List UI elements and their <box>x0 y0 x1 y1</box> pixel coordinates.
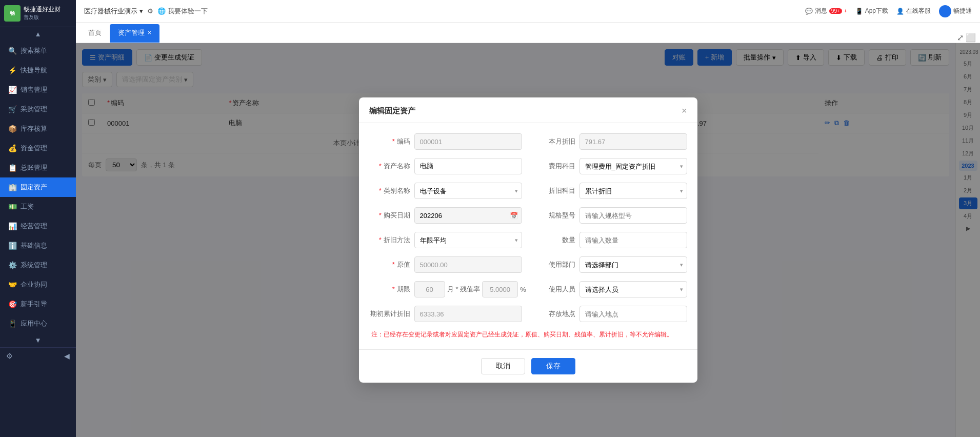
dep-method-select[interactable]: 年限平均 <box>414 232 522 248</box>
topbar-left: 医疗器械行业演示 ▾ ⚙ 🌐 我要体验一下 <box>84 7 208 16</box>
initial-dep-input[interactable] <box>414 306 522 322</box>
period-input[interactable] <box>414 281 445 297</box>
sidebar-item-basic-info[interactable]: ℹ️ 基础信息 <box>0 236 76 255</box>
sidebar-item-system[interactable]: ⚙️ 系统管理 <box>0 255 76 275</box>
topbar-settings-icon[interactable]: ⚙ <box>147 7 153 15</box>
category-select[interactable]: 电子设备 <box>414 183 522 199</box>
user-container: 请选择人员 ▾ <box>579 281 687 297</box>
sidebar-item-app-center[interactable]: 📱 应用中心 <box>0 314 76 333</box>
sidebar-item-fixed-assets[interactable]: 🏢 固定资产 <box>0 177 76 197</box>
dep-subject-container: 累计折旧 ▾ <box>579 183 687 199</box>
sidebar-scroll-up[interactable]: ▲ <box>34 28 41 40</box>
user-select[interactable]: 请选择人员 <box>579 281 687 297</box>
search-icon: 🔍 <box>8 47 16 55</box>
sidebar-item-guide[interactable]: 🎯 新手引导 <box>0 294 76 314</box>
form-note: 注：已经存在变更记录或者对应固定资产已经生成凭证，原值、购买日期、残值率、累计折… <box>369 330 687 339</box>
app-logo: 畅 <box>4 5 21 22</box>
form-row-location: 存放地点 <box>534 306 687 322</box>
sidebar-item-operations[interactable]: 📊 经营管理 <box>0 216 76 236</box>
quantity-input[interactable] <box>579 232 687 248</box>
fixed-assets-icon: 🏢 <box>8 183 16 191</box>
collapse-icon[interactable]: ◀ <box>64 352 70 360</box>
period-unit-label: 月 <box>447 285 454 294</box>
original-value-input[interactable] <box>414 256 522 273</box>
sidebar-item-collab[interactable]: 🤝 企业协同 <box>0 275 76 294</box>
spec-input[interactable] <box>579 207 687 224</box>
cancel-button[interactable]: 取消 <box>481 358 525 374</box>
dept-select[interactable]: 请选择部门 <box>579 256 687 273</box>
modal-close-icon[interactable]: × <box>682 106 687 116</box>
quick-nav-icon: ⚡ <box>8 66 16 74</box>
monthly-dep-input[interactable] <box>579 133 687 150</box>
sales-icon: 📈 <box>8 86 16 94</box>
form-row-category: * 类别名称 电子设备 ▾ <box>369 183 522 199</box>
code-input[interactable] <box>414 133 522 150</box>
form-row-original-value: * 原值 <box>369 256 522 273</box>
period-inline: 月 * 残值率 % <box>414 281 522 297</box>
collab-icon: 🤝 <box>8 281 16 289</box>
modal-overlay: 编辑固定资产 × * 编码 本月折旧 <box>76 43 980 437</box>
dep-method-container: 年限平均 ▾ <box>414 232 522 248</box>
sidebar-item-sales[interactable]: 📈 销售管理 <box>0 80 76 100</box>
form-row-initial-dep: 期初累计折旧 <box>369 306 522 322</box>
sidebar-item-label: 固定资产 <box>21 183 47 192</box>
sidebar-item-quick-nav[interactable]: ⚡ 快捷导航 <box>0 61 76 80</box>
sidebar-item-search[interactable]: 🔍 搜索菜单 <box>0 41 76 61</box>
app-download-btn[interactable]: 📱 App下载 <box>855 7 888 15</box>
sidebar-item-inventory[interactable]: 📦 库存核算 <box>0 119 76 138</box>
sidebar: 畅 畅捷通好业财 普及版 ▲ 🔍 搜索菜单 ⚡ 快捷导航 📈 销售管理 🛒 采购… <box>0 0 76 437</box>
form-row-name: * 资产名称 <box>369 158 522 174</box>
sidebar-item-label: 应用中心 <box>21 319 47 328</box>
sidebar-item-finance[interactable]: 💰 资金管理 <box>0 138 76 158</box>
modal-header: 编辑固定资产 × <box>359 97 697 123</box>
maximize-icon[interactable]: ⬜ <box>966 33 976 43</box>
sidebar-item-payroll[interactable]: 💵 工资 <box>0 197 76 216</box>
form-row-spec: 规格型号 <box>534 207 687 224</box>
page-content: ☰ 资产明细 📄 变更生成凭证 对账 + 新增 批量操作 ▾ <box>76 43 980 437</box>
ledger-icon: 📋 <box>8 164 16 172</box>
expense-subject-container: 管理费用_固定资产折旧 ▾ <box>579 158 687 174</box>
residual-rate-input[interactable] <box>482 281 518 297</box>
experience-btn[interactable]: 🌐 我要体验一下 <box>157 7 208 16</box>
form-row-dep-method: * 折旧方法 年限平均 ▾ <box>369 232 522 248</box>
tab-home[interactable]: 首页 <box>80 24 110 43</box>
company-name[interactable]: 医疗器械行业演示 ▾ <box>84 7 143 16</box>
sidebar-scroll-down[interactable]: ▼ <box>34 334 41 346</box>
online-service-btn[interactable]: 👤 在线客服 <box>896 7 931 15</box>
dropdown-icon: ▾ <box>139 7 143 15</box>
notification-btn[interactable]: 💬 消息 99+ + <box>805 7 847 15</box>
residual-rate-unit: % <box>520 286 526 293</box>
name-input[interactable] <box>414 158 522 174</box>
settings-icon[interactable]: ⚙ <box>6 352 13 360</box>
date-input-container: 📅 <box>414 207 522 224</box>
modal-body: * 编码 本月折旧 * 资产名称 <box>359 123 697 349</box>
sidebar-item-purchase[interactable]: 🛒 采购管理 <box>0 100 76 119</box>
sidebar-item-label: 资金管理 <box>21 144 47 153</box>
notification-icon: 💬 <box>805 8 813 15</box>
purchase-date-input[interactable] <box>414 207 522 224</box>
app-title-group: 畅捷通好业财 普及版 <box>24 6 61 21</box>
expand-icon[interactable]: ⤢ <box>957 33 964 43</box>
sidebar-item-label: 系统管理 <box>21 261 47 270</box>
tab-close-icon[interactable]: × <box>148 29 151 36</box>
download-icon: 📱 <box>855 8 863 15</box>
app-title: 畅捷通好业财 <box>24 6 61 14</box>
save-button[interactable]: 保存 <box>531 358 575 374</box>
expense-subject-select[interactable]: 管理费用_固定资产折旧 <box>579 158 687 174</box>
app-center-icon: 📱 <box>8 320 16 328</box>
tab-assets-management[interactable]: 资产管理 × <box>110 24 159 43</box>
dep-subject-select[interactable]: 累计折旧 <box>579 183 687 199</box>
location-input[interactable] <box>579 306 687 322</box>
sidebar-item-ledger[interactable]: 📋 总账管理 <box>0 158 76 177</box>
form-row-code: * 编码 <box>369 133 522 150</box>
service-icon: 👤 <box>896 8 904 15</box>
form-row-purchase-date: * 购买日期 📅 <box>369 207 522 224</box>
sidebar-item-label: 经营管理 <box>21 222 47 231</box>
modal-title: 编辑固定资产 <box>369 106 415 116</box>
sidebar-item-label: 搜索菜单 <box>21 46 47 55</box>
user-avatar[interactable]: 畅捷通 <box>939 5 972 17</box>
basic-info-icon: ℹ️ <box>8 242 16 250</box>
system-icon: ⚙️ <box>8 261 16 269</box>
operations-icon: 📊 <box>8 222 16 230</box>
sidebar-item-label: 新手引导 <box>21 300 47 309</box>
